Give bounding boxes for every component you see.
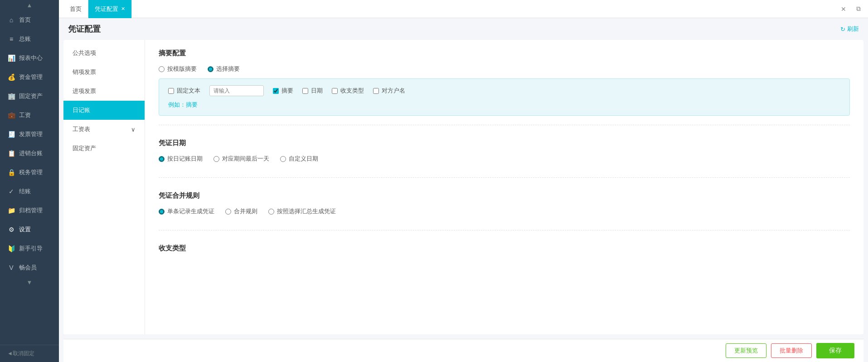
left-nav-payroll[interactable]: 工资表 ∨ [63,120,145,139]
sidebar-item-purchase-sales[interactable]: 📋 进销台账 [0,144,59,163]
summary-checkbox[interactable] [273,88,279,94]
sidebar-item-label: 首页 [19,16,31,24]
select-merge-option[interactable]: 按照选择汇总生成凭证 [268,207,336,215]
summary-mode-group: 按模版摘要 选择摘要 [159,65,850,73]
content-area: 公共选项 销项发票 进项发票 日记账 工资表 ∨ 固定资产 摘要配置 [63,40,863,334]
single-option[interactable]: 单条记录生成凭证 [159,207,214,215]
left-nav-journal[interactable]: 日记账 [63,101,145,120]
sidebar-item-salary[interactable]: 💼 工资 [0,106,59,125]
fixed-text-input[interactable] [209,85,264,96]
batch-delete-btn[interactable]: 批量删除 [771,343,812,358]
tab-voucher-config[interactable]: 凭证配置 ✕ [88,0,132,18]
sidebar-item-ledger[interactable]: ≡ 总账 [0,29,59,49]
select-mode-label: 选择摘要 [216,65,240,73]
select-mode-radio[interactable] [208,66,213,72]
sidebar-item-close[interactable]: ✓ 结账 [0,182,59,201]
counterpart-checkbox[interactable] [373,88,379,94]
sidebar-item-fund[interactable]: 💰 资金管理 [0,68,59,87]
left-nav-purchase-invoice-label: 进项发票 [73,87,96,95]
save-btn[interactable]: 保存 [816,343,854,358]
left-nav-public[interactable]: 公共选项 [63,44,145,63]
period-last-option[interactable]: 对应期间最后一天 [213,155,269,163]
template-mode-option[interactable]: 按模版摘要 [159,65,197,73]
sidebar-item-label: 进销台账 [19,149,43,157]
bottom-bar: 更新预览 批量删除 保存 [63,339,863,362]
counterpart-checkbox-label: 对方户名 [382,87,405,95]
custom-date-option[interactable]: 自定义日期 [280,155,318,163]
date-checkbox[interactable] [302,88,308,94]
sidebar-unpin-btn[interactable]: ◄取消固定 [0,345,59,362]
left-nav-payroll-label: 工资表 [73,125,90,133]
custom-date-radio[interactable] [280,156,286,162]
summary-checkboxes: 固定文本 摘要 日期 收支类型 [168,85,840,96]
journal-date-option[interactable]: 按日记账日期 [159,155,203,163]
sidebar-item-home[interactable]: ⌂ 首页 [0,10,59,29]
date-checkbox-option[interactable]: 日期 [302,87,323,95]
sidebar-item-label: 税务管理 [19,168,43,176]
left-nav-purchase-invoice[interactable]: 进项发票 [63,82,145,101]
chevron-down-icon: ∨ [131,126,136,133]
sidebar-item-report[interactable]: 📊 报表中心 [0,49,59,68]
template-mode-label: 按模版摘要 [167,65,197,73]
merge-section: 凭证合并规则 单条记录生成凭证 合并规则 按照选择汇总生成凭证 [159,191,850,230]
summary-section: 摘要配置 按模版摘要 选择摘要 固定文本 [159,49,850,125]
sidebar-item-label: 设置 [19,225,31,234]
sidebar-item-settings[interactable]: ⚙ 设置 [0,220,59,239]
page-title: 凭证配置 [68,24,101,34]
merge-options-group: 单条记录生成凭证 合并规则 按照选择汇总生成凭证 [159,207,850,215]
left-nav-sales-invoice[interactable]: 销项发票 [63,63,145,82]
fixed-text-option[interactable]: 固定文本 [168,87,200,95]
left-nav-public-label: 公共选项 [73,49,96,57]
merge-rule-radio[interactable] [225,209,231,215]
sidebar-scroll-up[interactable]: ▲ [0,0,59,10]
income-type-section-title: 收支类型 [159,244,850,253]
tab-bar-right: ✕ ⧉ [838,3,863,15]
journal-date-radio[interactable] [159,156,165,162]
sidebar-item-vip[interactable]: V 畅会员 [0,258,59,277]
template-mode-radio[interactable] [159,66,165,72]
date-section-title: 凭证日期 [159,139,850,147]
tab-close-icon[interactable]: ✕ [121,6,125,12]
period-last-radio[interactable] [213,156,219,162]
select-mode-option[interactable]: 选择摘要 [208,65,240,73]
fixed-text-checkbox[interactable] [168,88,174,94]
counterpart-checkbox-option[interactable]: 对方户名 [373,87,405,95]
left-nav: 公共选项 销项发票 进项发票 日记账 工资表 ∨ 固定资产 [63,40,145,334]
update-preview-btn[interactable]: 更新预览 [726,343,766,358]
select-merge-radio[interactable] [268,209,274,215]
ledger-icon: ≡ [7,35,15,43]
sidebar-item-asset[interactable]: 🏢 固定资产 [0,87,59,106]
summary-checkbox-option[interactable]: 摘要 [273,87,293,95]
tax-icon: 🔒 [7,169,15,176]
single-radio[interactable] [159,209,165,215]
income-type-checkbox-option[interactable]: 收支类型 [332,87,364,95]
main-area: 首页 凭证配置 ✕ ✕ ⧉ 凭证配置 ↻ 刷新 公共选项 销项发票 进项 [59,0,868,362]
sidebar-item-tax[interactable]: 🔒 税务管理 [0,163,59,182]
example-text: 例如：摘要 [168,101,840,109]
sidebar-item-label: 归档管理 [19,206,43,215]
refresh-label: 刷新 [847,25,859,33]
sidebar-item-guide[interactable]: 🔰 新手引导 [0,239,59,258]
sidebar-scroll-down[interactable]: ▼ [0,277,59,288]
window-restore-btn[interactable]: ⧉ [853,3,863,15]
income-type-checkbox[interactable] [332,88,338,94]
left-nav-fixed-asset[interactable]: 固定资产 [63,139,145,158]
tab-home[interactable]: 首页 [63,0,88,18]
refresh-btn[interactable]: ↻ 刷新 [840,25,859,33]
sidebar-item-invoice-mgmt[interactable]: 🧾 发票管理 [0,125,59,144]
sidebar-item-archive[interactable]: 📁 归档管理 [0,201,59,220]
sidebar-item-label: 固定资产 [19,92,43,100]
guide-icon: 🔰 [7,245,15,252]
fund-icon: 💰 [7,73,15,81]
summary-section-title: 摘要配置 [159,49,850,58]
fixed-text-label: 固定文本 [177,87,200,95]
archive-icon: 📁 [7,207,15,214]
select-merge-label: 按照选择汇总生成凭证 [277,207,336,215]
period-last-label: 对应期间最后一天 [222,155,269,163]
left-nav-journal-label: 日记账 [73,106,90,114]
window-close-btn[interactable]: ✕ [838,3,849,15]
left-nav-fixed-asset-label: 固定资产 [73,144,96,152]
date-options-group: 按日记账日期 对应期间最后一天 自定义日期 [159,155,850,163]
merge-rule-option[interactable]: 合并规则 [225,207,257,215]
tab-home-label: 首页 [70,5,82,13]
